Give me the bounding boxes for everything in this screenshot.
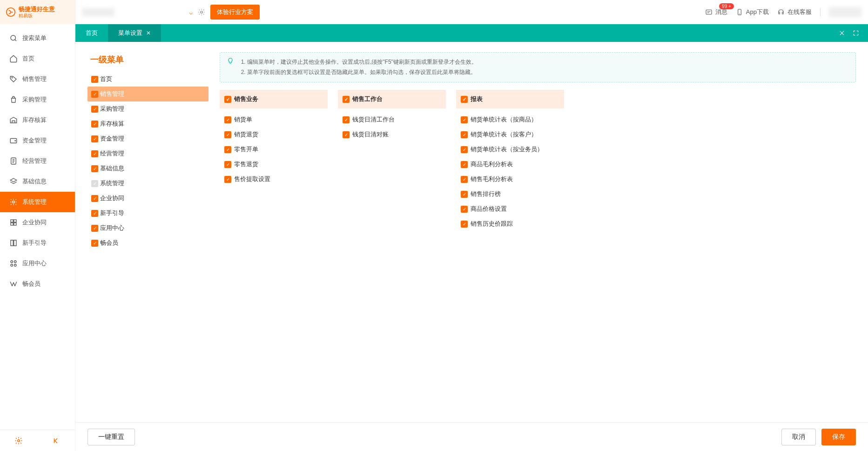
nav-item-warehouse[interactable]: 库存核算 (0, 110, 75, 130)
checkbox[interactable]: ✓ (224, 116, 231, 123)
nav-item-tag[interactable]: 销售管理 (0, 69, 75, 89)
group-item[interactable]: ✓销货单 (224, 112, 323, 127)
checkbox[interactable]: ✓ (224, 146, 231, 153)
nav-item-wallet[interactable]: 资金管理 (0, 130, 75, 151)
checkbox[interactable]: ✓ (91, 165, 98, 172)
level1-item[interactable]: ✓应用中心 (87, 221, 209, 236)
level1-item-label: 销售管理 (100, 90, 124, 98)
nav-item-gear[interactable]: 系统管理 (0, 192, 75, 212)
level1-item[interactable]: ✓采购管理 (87, 101, 209, 116)
group-item-label: 销售毛利分析表 (471, 175, 513, 183)
messages-link[interactable]: 消息 99 + (705, 8, 727, 16)
level1-item[interactable]: ✓系统管理 (87, 176, 209, 191)
group-item[interactable]: ✓销货退货 (224, 127, 323, 142)
level1-item[interactable]: ✓销售管理 (87, 87, 209, 101)
checkbox[interactable]: ✓ (343, 116, 350, 123)
experience-button[interactable]: 体验行业方案 (210, 5, 260, 20)
group-header[interactable]: ✓销售业务 (220, 90, 328, 108)
nav-item-doc[interactable]: 经营管理 (0, 151, 75, 171)
save-button[interactable]: 保存 (821, 429, 856, 445)
info-banner: 编辑菜单时，建议停止其他业务操作。设置成功后,须按"F5"键刷新页面或重新登录才… (220, 52, 856, 82)
app-download-link[interactable]: App下载 (736, 8, 769, 16)
group-item[interactable]: ✓零售开单 (224, 142, 323, 157)
org-selector[interactable] (82, 8, 184, 16)
checkbox[interactable]: ✓ (461, 96, 468, 103)
nav-item-home[interactable]: 首页 (0, 48, 75, 69)
checkbox[interactable]: ✓ (461, 146, 468, 153)
checkbox[interactable]: ✓ (461, 161, 468, 168)
checkbox[interactable]: ✓ (461, 221, 468, 228)
checkbox[interactable]: ✓ (461, 131, 468, 138)
group-item[interactable]: ✓商品毛利分析表 (461, 157, 559, 172)
level1-item[interactable]: ✓首页 (87, 72, 209, 87)
level1-item[interactable]: ✓新手引导 (87, 206, 209, 221)
checkbox[interactable]: ✓ (461, 206, 468, 213)
checkbox[interactable]: ✓ (91, 135, 98, 142)
group-item[interactable]: ✓商品价格设置 (461, 202, 559, 216)
close-all-icon[interactable] (838, 29, 846, 37)
group-item-label: 零售退货 (234, 160, 258, 168)
group-item[interactable]: ✓钱货日清工作台 (343, 112, 441, 127)
checkbox[interactable]: ✓ (91, 180, 98, 187)
level1-item[interactable]: ✓库存核算 (87, 116, 209, 131)
checkbox[interactable]: ✓ (343, 131, 350, 138)
group-item[interactable]: ✓零售退货 (224, 157, 323, 172)
level1-item[interactable]: ✓畅会员 (87, 236, 209, 250)
bag-icon (9, 95, 18, 104)
level1-item[interactable]: ✓资金管理 (87, 131, 209, 146)
group-header[interactable]: ✓报表 (456, 90, 564, 108)
group-header[interactable]: ✓销售工作台 (338, 90, 446, 108)
checkbox[interactable]: ✓ (224, 176, 231, 183)
checkbox[interactable]: ✓ (224, 131, 231, 138)
collapse-icon[interactable] (52, 436, 61, 445)
level1-item[interactable]: ✓企业协同 (87, 191, 209, 206)
tab-menu-settings[interactable]: 菜单设置 ✕ (108, 24, 161, 42)
checkbox[interactable]: ✓ (91, 225, 98, 232)
fullscreen-icon[interactable] (852, 29, 860, 37)
checkbox[interactable]: ✓ (91, 150, 98, 157)
checkbox[interactable]: ✓ (343, 96, 350, 103)
group-item[interactable]: ✓钱货日清对账 (343, 127, 441, 142)
checkbox[interactable]: ✓ (224, 96, 231, 103)
checkbox[interactable]: ✓ (91, 106, 98, 113)
nav-item-search[interactable]: 搜索菜单 (0, 28, 75, 48)
nav-item-label: 采购管理 (22, 95, 47, 104)
group-item[interactable]: ✓销售排行榜 (461, 187, 559, 202)
checkbox[interactable]: ✓ (461, 191, 468, 198)
svg-point-12 (11, 261, 13, 263)
checkbox[interactable]: ✓ (91, 210, 98, 217)
settings-icon[interactable] (14, 436, 23, 445)
group-item[interactable]: ✓销售历史价跟踪 (461, 216, 559, 231)
tab-home[interactable]: 首页 (75, 24, 108, 42)
group-item[interactable]: ✓销货单统计表（按商品） (461, 112, 559, 127)
group-item[interactable]: ✓售价提取设置 (224, 172, 323, 187)
checkbox[interactable]: ✓ (91, 91, 98, 98)
user-avatar[interactable] (829, 7, 861, 17)
group-item[interactable]: ✓销货单统计表（按业务员） (461, 142, 559, 157)
nav-item-grid[interactable]: 企业协同 (0, 212, 75, 233)
checkbox[interactable]: ✓ (461, 176, 468, 183)
checkbox[interactable]: ✓ (91, 76, 98, 83)
chevron-down-icon[interactable]: ⌵ (189, 8, 193, 16)
checkbox[interactable]: ✓ (91, 121, 98, 128)
group-item-label: 销售历史价跟踪 (471, 220, 513, 228)
level1-item[interactable]: ✓基础信息 (87, 161, 209, 176)
cancel-button[interactable]: 取消 (781, 429, 816, 445)
reset-button[interactable]: 一键重置 (87, 429, 135, 445)
checkbox[interactable]: ✓ (461, 116, 468, 123)
level1-item[interactable]: ✓经营管理 (87, 146, 209, 161)
group-item[interactable]: ✓销售毛利分析表 (461, 172, 559, 187)
gear-icon[interactable] (197, 8, 206, 16)
checkbox[interactable]: ✓ (224, 161, 231, 168)
close-icon[interactable]: ✕ (146, 30, 151, 36)
nav-item-layers[interactable]: 基础信息 (0, 171, 75, 192)
checkbox[interactable]: ✓ (91, 240, 98, 247)
group-item-label: 销货单统计表（按客户） (471, 130, 537, 139)
nav-item-book[interactable]: 新手引导 (0, 233, 75, 253)
nav-item-vip[interactable]: 畅会员 (0, 274, 75, 294)
nav-item-bag[interactable]: 采购管理 (0, 89, 75, 110)
checkbox[interactable]: ✓ (91, 195, 98, 202)
nav-item-apps[interactable]: 应用中心 (0, 253, 75, 274)
group-item[interactable]: ✓销货单统计表（按客户） (461, 127, 559, 142)
online-service-link[interactable]: 在线客服 (777, 8, 812, 16)
